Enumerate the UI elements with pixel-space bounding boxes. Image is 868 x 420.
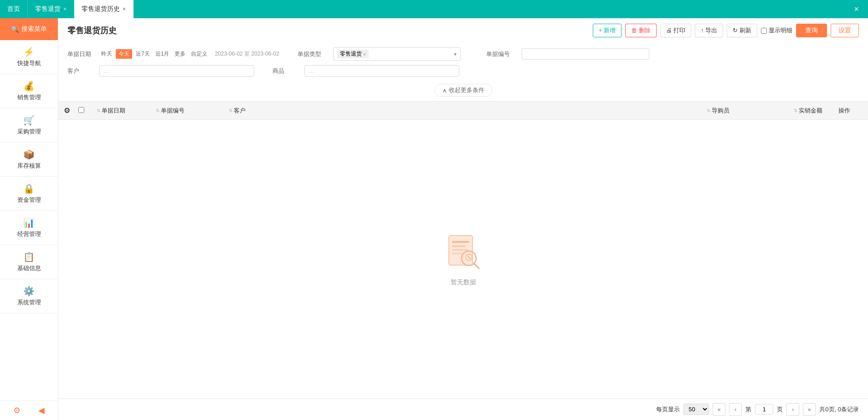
collapse-up-icon: ∧ xyxy=(442,87,447,94)
th-action: 操作 xyxy=(826,107,863,115)
export-button[interactable]: ↑ 导出 xyxy=(695,24,723,37)
page-unit: 页 xyxy=(777,405,783,414)
window-close-icon[interactable]: × xyxy=(850,5,863,14)
sort-icon-date[interactable]: ⇅ xyxy=(97,108,100,113)
sidebar-item-inventory[interactable]: 📦 库存核算 xyxy=(0,143,58,177)
sidebar-item-base[interactable]: 📋 基础信息 xyxy=(0,245,58,279)
date-range-text: 2023-06-02 至 2023-06-02 xyxy=(215,50,279,58)
sidebar-item-operations-label: 经营管理 xyxy=(17,230,41,238)
select-all-checkbox[interactable] xyxy=(78,107,84,113)
sidebar-item-system-label: 系统管理 xyxy=(17,298,41,307)
base-icon: 📋 xyxy=(23,251,35,262)
finance-icon: 🔒 xyxy=(23,183,35,194)
goods-filter-input[interactable]: … xyxy=(304,65,459,77)
prev-page-button[interactable]: ‹ xyxy=(729,403,742,416)
setting-button[interactable]: 设置 xyxy=(831,24,859,37)
sidebar-item-purchase[interactable]: 🛒 采购管理 xyxy=(0,108,58,143)
total-info: 共0页, 0条记录 xyxy=(819,405,859,414)
sort-icon-bill[interactable]: ⇅ xyxy=(156,108,159,113)
sidebar-item-quick-nav[interactable]: ⚡ 快捷导航 xyxy=(0,40,58,74)
query-button[interactable]: 查询 xyxy=(796,24,827,37)
customer-filter-input[interactable]: … xyxy=(99,65,254,77)
bill-type-filter-label: 单据类型 xyxy=(298,50,329,58)
th-guide: ⇅ 导购员 xyxy=(703,107,771,115)
pagination-bar: 每页显示 50 100 200 « ‹ 第 页 › » 共0页, 0条记录 xyxy=(58,398,868,420)
date-btn-more[interactable]: 更多 xyxy=(173,49,187,59)
bill-type-tag: 零售退货 × xyxy=(337,50,369,58)
svg-rect-4 xyxy=(452,253,463,254)
settings-bottom-icon[interactable]: ⚙ xyxy=(13,405,21,415)
th-check[interactable] xyxy=(78,107,93,115)
sidebar-item-finance-label: 资金管理 xyxy=(17,196,41,204)
sidebar: 🔍 搜索菜单 ⚡ 快捷导航 💰 销售管理 🛒 采购管理 📦 库存核算 🔒 资金管… xyxy=(0,18,58,420)
sort-icon-guide[interactable]: ⇅ xyxy=(707,108,710,113)
collapse-sidebar-icon[interactable]: ◀ xyxy=(38,405,45,415)
sort-icon-customer[interactable]: ⇅ xyxy=(229,108,232,113)
bill-type-select[interactable]: 零售退货 × ▾ xyxy=(333,47,461,61)
bill-no-filter-label: 单据编号 xyxy=(486,50,518,58)
collapse-button[interactable]: ∧ 收起更多条件 xyxy=(435,84,492,97)
page-size-select[interactable]: 50 100 200 xyxy=(683,404,709,415)
bill-no-input[interactable] xyxy=(522,48,649,60)
empty-icon xyxy=(441,232,486,273)
th-bill: ⇅ 单据编号 xyxy=(152,107,225,115)
date-btn-7days[interactable]: 近7天 xyxy=(134,49,152,59)
refresh-button[interactable]: ↻ 刷新 xyxy=(727,24,757,37)
page-title: 零售退货历史 xyxy=(67,25,117,36)
page-title-row: 零售退货历史 + 新增 🗑 删除 🖨 打印 ↑ 导出 ↻ 刷新 显示明细 查询 … xyxy=(67,24,859,37)
show-detail-checkbox[interactable] xyxy=(761,28,767,34)
main-layout: 🔍 搜索菜单 ⚡ 快捷导航 💰 销售管理 🛒 采购管理 📦 库存核算 🔒 资金管… xyxy=(0,18,868,420)
th-amount-label: 实销金额 xyxy=(799,107,822,115)
table-header: ⚙ ⇅ 单据日期 ⇅ 单据编号 ⇅ 客户 ⇅ xyxy=(58,102,868,120)
page-number-input[interactable] xyxy=(755,404,773,415)
goods-filter-label: 商品 xyxy=(272,67,304,75)
sidebar-item-sales-label: 销售管理 xyxy=(17,93,41,102)
tab-retail-return-history[interactable]: 零售退货历史 × xyxy=(74,0,134,18)
th-date-label: 单据日期 xyxy=(102,107,125,115)
system-icon: ⚙️ xyxy=(23,286,35,297)
print-button[interactable]: 🖨 打印 xyxy=(660,24,692,37)
quick-nav-icon: ⚡ xyxy=(23,46,35,57)
tab-retail-return[interactable]: 零售退货 × xyxy=(28,0,74,18)
bill-type-tag-close[interactable]: × xyxy=(363,51,366,57)
new-button[interactable]: + 新增 xyxy=(593,24,621,37)
th-bill-label: 单据编号 xyxy=(161,107,185,115)
first-page-button[interactable]: « xyxy=(713,403,725,416)
operations-icon: 📊 xyxy=(23,217,35,228)
tab-retail-return-history-close[interactable]: × xyxy=(123,6,126,12)
search-icon: 🔍 xyxy=(11,26,19,33)
table-container: ⚙ ⇅ 单据日期 ⇅ 单据编号 ⇅ 客户 ⇅ xyxy=(58,102,868,420)
collapse-button-label: 收起更多条件 xyxy=(449,86,484,94)
date-filter-label: 单据日期 xyxy=(67,50,99,58)
tab-home[interactable]: 首页 xyxy=(0,0,28,18)
show-detail-checkbox-label[interactable]: 显示明细 xyxy=(761,26,792,35)
sidebar-item-operations[interactable]: 📊 经营管理 xyxy=(0,211,58,245)
th-guide-label: 导购员 xyxy=(712,107,729,115)
sidebar-item-system[interactable]: ⚙️ 系统管理 xyxy=(0,279,58,313)
date-btn-today[interactable]: 今天 xyxy=(116,49,132,59)
sidebar-bottom: ⚙ ◀ xyxy=(0,400,58,420)
sidebar-item-finance[interactable]: 🔒 资金管理 xyxy=(0,177,58,211)
th-customer-label: 客户 xyxy=(234,107,246,115)
top-bar: 首页 零售退货 × 零售退货历史 × × xyxy=(0,0,868,18)
filter-area: 单据日期 昨天 今天 近7天 近1月 更多 自定义 2023-06-02 至 2… xyxy=(67,43,859,101)
empty-text: 暂无数据 xyxy=(451,278,476,287)
filter-row-date: 单据日期 昨天 今天 近7天 近1月 更多 自定义 2023-06-02 至 2… xyxy=(67,47,859,61)
th-settings[interactable]: ⚙ xyxy=(64,106,78,115)
sort-icon-amount[interactable]: ⇅ xyxy=(794,108,797,113)
bill-type-tag-label: 零售退货 xyxy=(340,50,362,58)
sidebar-search[interactable]: 🔍 搜索菜单 xyxy=(0,18,58,40)
page-label: 第 xyxy=(745,405,751,414)
table-body: 暂无数据 xyxy=(58,120,868,398)
content-area: 零售退货历史 + 新增 🗑 删除 🖨 打印 ↑ 导出 ↻ 刷新 显示明细 查询 … xyxy=(58,18,868,420)
sidebar-item-sales[interactable]: 💰 销售管理 xyxy=(0,74,58,108)
svg-rect-1 xyxy=(452,241,469,243)
date-btn-1month[interactable]: 近1月 xyxy=(154,49,171,59)
next-page-button[interactable]: › xyxy=(786,403,799,416)
settings-col-icon[interactable]: ⚙ xyxy=(64,107,70,114)
date-btn-yesterday[interactable]: 昨天 xyxy=(99,49,114,59)
tab-retail-return-close[interactable]: × xyxy=(63,6,67,12)
last-page-button[interactable]: » xyxy=(803,403,816,416)
delete-button[interactable]: 🗑 删除 xyxy=(625,24,657,37)
date-btn-custom[interactable]: 自定义 xyxy=(189,49,209,59)
